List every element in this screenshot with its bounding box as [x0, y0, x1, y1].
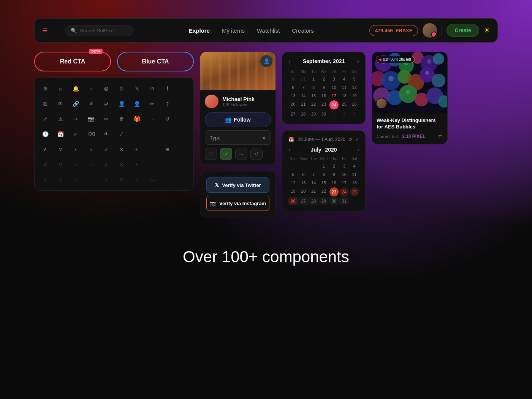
calendar-icon[interactable]: 📅: [54, 128, 66, 140]
left-icon-3[interactable]: ‹: [70, 174, 82, 186]
camera-icon[interactable]: 📷: [85, 113, 97, 125]
cal-day2[interactable]: [350, 197, 359, 205]
cal-day2[interactable]: 13: [299, 179, 308, 187]
cal-day[interactable]: 19: [350, 92, 359, 100]
cal-day2[interactable]: 2: [329, 162, 339, 170]
plus-icon-3[interactable]: ＋: [131, 174, 143, 186]
cal-day[interactable]: 10: [329, 84, 339, 91]
menu-icon[interactable]: ≡: [162, 143, 174, 155]
heart-button[interactable]: ♡: [205, 148, 217, 160]
cal-day2[interactable]: [288, 162, 298, 170]
blue-cta-button[interactable]: Blue CTA: [117, 52, 194, 71]
cal-day[interactable]: 8: [309, 84, 318, 91]
cal-day2[interactable]: 27: [299, 197, 308, 205]
cal-day2[interactable]: 30: [329, 197, 339, 205]
minus-icon[interactable]: —: [146, 143, 158, 155]
right-icon-2[interactable]: ›: [85, 158, 97, 171]
chevron-right-icon[interactable]: ›: [85, 82, 97, 95]
up-icon-2[interactable]: ∧: [39, 158, 51, 171]
cal-day[interactable]: 27: [288, 110, 298, 118]
clock-icon[interactable]: 🕐: [39, 128, 51, 140]
warning-icon[interactable]: ⚠: [54, 113, 66, 125]
cal-range-start[interactable]: 23: [329, 187, 339, 196]
cal-day2[interactable]: 9: [329, 171, 339, 178]
cal-day[interactable]: 7: [299, 84, 308, 91]
cal-day2[interactable]: 7: [309, 171, 318, 178]
type-dropdown[interactable]: Type ∨: [205, 130, 271, 145]
nav-watchlist[interactable]: Watchlist: [257, 27, 280, 34]
refresh-button[interactable]: ↺: [250, 148, 263, 160]
cal-range-mid1[interactable]: 24: [340, 187, 349, 196]
chevron-right2-icon[interactable]: ›: [85, 143, 97, 155]
nav-creators[interactable]: Creators: [292, 27, 314, 34]
check-button[interactable]: ✓: [220, 148, 232, 160]
cal-day2[interactable]: [299, 162, 308, 170]
red-cta-button[interactable]: BETA Red CTA: [34, 52, 111, 71]
redirect-icon[interactable]: ↪: [70, 113, 82, 125]
pencil-icon[interactable]: ✏: [100, 113, 112, 125]
refresh-icon[interactable]: ↺: [162, 113, 174, 125]
close-icon[interactable]: ✕: [85, 98, 97, 110]
edit-profile-button[interactable]: 👤: [260, 55, 272, 67]
linkedin-icon[interactable]: in: [146, 82, 158, 95]
down-icon-2[interactable]: ∨: [54, 158, 66, 171]
cal-day2[interactable]: 4: [350, 162, 359, 170]
next-month-button[interactable]: ›: [357, 58, 359, 64]
cal-day[interactable]: 3: [350, 110, 359, 118]
cal-range-mid2[interactable]: 25: [350, 187, 359, 196]
right-icon-3[interactable]: ›: [85, 174, 97, 186]
add-user-icon[interactable]: 👤: [116, 98, 128, 110]
cal-day2[interactable]: 20: [299, 187, 308, 196]
minus-icon-3[interactable]: —: [146, 174, 158, 186]
cal-day2[interactable]: 22: [319, 187, 329, 196]
x-icon[interactable]: ✕: [116, 143, 128, 155]
edit-icon[interactable]: ✏: [146, 98, 158, 110]
plus-icon[interactable]: ＋: [131, 143, 143, 155]
filter-icon[interactable]: ⚙: [39, 82, 51, 95]
cal-day[interactable]: 30: [319, 110, 329, 118]
upload-icon[interactable]: ⇡: [162, 98, 174, 110]
x-icon-2[interactable]: ✕: [116, 158, 128, 171]
cal-day2[interactable]: 28: [309, 197, 318, 205]
cal-day[interactable]: 4: [339, 75, 349, 83]
cal-day2[interactable]: 1: [319, 162, 329, 170]
gift-icon[interactable]: 🎁: [131, 113, 143, 125]
cal-day[interactable]: 17: [329, 92, 339, 100]
more-button[interactable]: ···: [235, 148, 247, 160]
cal-day[interactable]: 31: [299, 75, 308, 83]
cal-day2[interactable]: 19: [288, 187, 298, 196]
check-icon-2[interactable]: ✓: [100, 158, 112, 171]
prev-month2-button[interactable]: ‹: [288, 147, 290, 153]
x-icon-3[interactable]: ✕: [116, 174, 128, 186]
cal-day2[interactable]: 11: [350, 171, 359, 178]
cal-day[interactable]: 30: [288, 75, 298, 83]
cal-day[interactable]: 11: [339, 84, 349, 91]
create-button[interactable]: Create: [446, 24, 479, 37]
cal-day2[interactable]: 6: [299, 171, 308, 178]
cal-day[interactable]: 1: [329, 110, 339, 118]
copy-icon[interactable]: ⧉: [39, 98, 51, 110]
checkmark-icon[interactable]: ✓: [100, 143, 112, 155]
search-bar[interactable]: 🔍 Search SolPixel: [65, 25, 133, 36]
cal-day[interactable]: 23: [319, 100, 329, 109]
eye-icon[interactable]: 👁: [100, 128, 112, 140]
remove-user-icon[interactable]: 👤: [131, 98, 143, 110]
mail-icon[interactable]: ✉: [54, 98, 66, 110]
left-icon-2[interactable]: ‹: [70, 158, 82, 171]
cal-day2[interactable]: 5: [288, 171, 298, 178]
cal-day[interactable]: 21: [299, 100, 308, 109]
cal-day2[interactable]: 17: [339, 179, 349, 187]
chevron-down-icon[interactable]: ∨: [54, 143, 66, 155]
twitter-icon[interactable]: 𝕏: [131, 82, 143, 95]
confirm-icon[interactable]: ✓: [355, 137, 359, 142]
check-icon[interactable]: ✓: [70, 128, 82, 140]
bell-icon[interactable]: 🔔: [70, 82, 82, 95]
up-icon-3[interactable]: ∧: [39, 174, 51, 186]
follow-button[interactable]: 👥 Follow: [205, 112, 271, 127]
chevron-left-icon[interactable]: ‹: [70, 143, 82, 155]
plus-icon-2[interactable]: ＋: [131, 158, 143, 171]
cal-day[interactable]: 16: [319, 92, 329, 100]
cal-day2[interactable]: [309, 162, 318, 170]
down-icon-3[interactable]: ∨: [54, 174, 66, 186]
cal-day2[interactable]: 31: [339, 197, 349, 205]
